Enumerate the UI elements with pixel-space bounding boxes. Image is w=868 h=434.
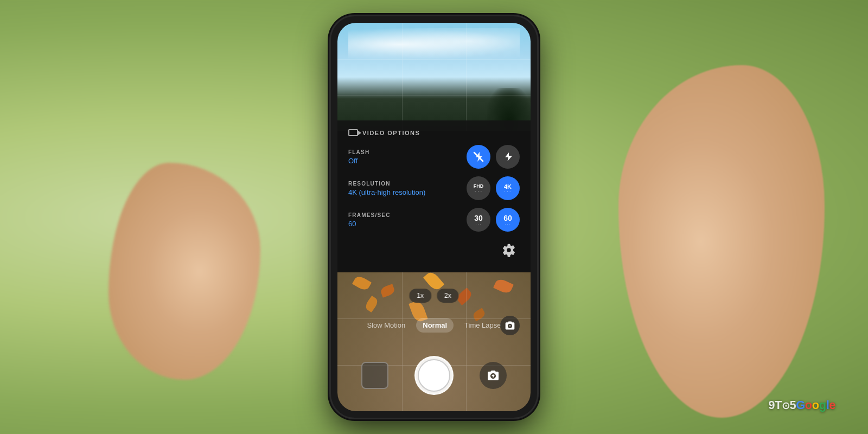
flash-on-icon [502, 151, 513, 162]
zoom-controls: 1x 2x [409, 289, 458, 303]
flip-camera-button[interactable] [480, 362, 507, 389]
flash-value: Off [348, 157, 467, 165]
phone: VIDEO OPTIONS FLASH Off [331, 16, 537, 418]
grid-h2 [337, 95, 531, 95]
resolution-buttons: FHD · · · 4K · · · [467, 176, 520, 200]
fps60-label: 60 · · · [503, 214, 512, 226]
fps-buttons: 30 · · · 60 · · · [467, 208, 520, 232]
panel-title: VIDEO OPTIONS [362, 130, 420, 136]
settings-button[interactable] [498, 239, 520, 261]
grid-h1 [337, 59, 531, 60]
4k-button[interactable]: 4K · · · [496, 176, 520, 200]
slow-motion-mode[interactable]: Slow Motion [360, 318, 412, 333]
fps30-button[interactable]: 30 · · · [467, 208, 490, 232]
zoom-1x-label: 1x [417, 292, 424, 299]
resolution-option-left: RESOLUTION 4K (ultra-high resolution) [348, 181, 467, 196]
shutter-button[interactable] [414, 356, 454, 395]
flash-off-button[interactable] [467, 145, 490, 169]
fps-row: FRAMES/SEC 60 30 · · · 60 · · · [348, 208, 520, 232]
panel-header: VIDEO OPTIONS [348, 129, 520, 136]
fhd-label: FHD · · · [474, 184, 484, 193]
gallery-thumbnail[interactable] [361, 362, 388, 389]
4k-label: 4K · · · [504, 183, 512, 193]
fps60-button[interactable]: 60 · · · [496, 208, 520, 232]
watermark: 9T⊙5Google [768, 398, 835, 412]
bottom-controls [337, 356, 531, 395]
zoom-1x-button[interactable]: 1x [409, 289, 431, 303]
grid-lines [337, 23, 531, 131]
camera-switch-icon [505, 320, 515, 331]
fps30-label: 30 · · · [474, 214, 483, 226]
flash-label: FLASH [348, 149, 467, 155]
fps-label: FRAMES/SEC [348, 212, 467, 218]
settings-row [348, 239, 520, 261]
mode-selector: Slow Motion Normal Time Lapse [337, 318, 531, 333]
video-icon [348, 129, 358, 136]
zoom-2x-button[interactable]: 2x [437, 289, 459, 303]
flash-option-left: FLASH Off [348, 149, 467, 165]
phone-screen: VIDEO OPTIONS FLASH Off [337, 23, 531, 411]
flash-on-button[interactable] [496, 145, 520, 169]
viewfinder-sky [337, 23, 531, 131]
resolution-row: RESOLUTION 4K (ultra-high resolution) FH… [348, 176, 520, 200]
resolution-value: 4K (ultra-high resolution) [348, 188, 467, 196]
resolution-label: RESOLUTION [348, 181, 467, 187]
flash-row: FLASH Off [348, 145, 520, 169]
fhd-button[interactable]: FHD · · · [467, 176, 490, 200]
camera-switch-button[interactable] [500, 316, 520, 335]
normal-mode[interactable]: Normal [416, 318, 454, 333]
gear-icon [502, 243, 516, 257]
fps-value: 60 [348, 220, 467, 228]
zoom-2x-label: 2x [444, 292, 451, 299]
flip-camera-icon [487, 369, 500, 382]
shutter-inner [418, 359, 450, 392]
video-options-panel: VIDEO OPTIONS FLASH Off [337, 120, 531, 272]
fps-option-left: FRAMES/SEC 60 [348, 212, 467, 228]
flash-off-icon [473, 151, 484, 163]
flash-buttons [467, 145, 520, 169]
